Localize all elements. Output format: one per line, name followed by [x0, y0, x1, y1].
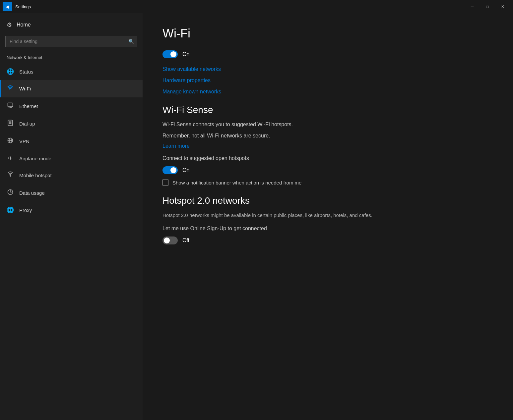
- wifi-toggle-row: On: [162, 50, 493, 58]
- nav-label-wifi: Wi-Fi: [19, 86, 31, 91]
- hotspot2-title: Hotspot 2.0 networks: [162, 195, 493, 206]
- sidebar-item-wifi[interactable]: Wi-Fi: [0, 80, 143, 97]
- notification-checkbox-label: Show a notification banner when action i…: [172, 180, 301, 185]
- sidebar-item-hotspot[interactable]: Mobile hotspot: [0, 167, 143, 184]
- hotspot-toggle-row: On: [162, 166, 493, 174]
- learn-more-link[interactable]: Learn more: [162, 143, 493, 149]
- wifi-sense-desc1: Wi-Fi Sense connects you to suggested Wi…: [162, 121, 493, 129]
- page-title: Wi-Fi: [162, 26, 493, 40]
- wifi-sense-title: Wi-Fi Sense: [162, 105, 493, 115]
- hotspot-toggle-label: On: [182, 167, 189, 173]
- notification-checkbox[interactable]: [162, 180, 168, 185]
- home-icon: ⚙: [7, 21, 12, 28]
- proxy-icon: 🌐: [7, 206, 14, 214]
- sidebar-item-status[interactable]: 🌐 Status: [0, 63, 143, 80]
- nav-label-datausage: Data usage: [19, 190, 45, 196]
- hotspot-icon: [7, 171, 14, 180]
- hotspot-toggle[interactable]: [162, 166, 178, 174]
- maximize-button[interactable]: □: [480, 0, 495, 13]
- manage-networks-link[interactable]: Manage known networks: [162, 89, 493, 95]
- nav-label-vpn: VPN: [19, 138, 30, 144]
- signup-toggle-knob: [164, 237, 170, 243]
- svg-point-12: [10, 174, 11, 175]
- sidebar-item-proxy[interactable]: 🌐 Proxy: [0, 202, 143, 218]
- online-signup-label: Let me use Online Sign-Up to get connect…: [162, 225, 493, 233]
- svg-rect-0: [8, 103, 13, 107]
- section-label: Network & Internet: [0, 54, 143, 63]
- app-container: ⚙ Home 🔍 Network & Internet 🌐 Status Wi-…: [0, 13, 513, 420]
- content-area: Wi-Fi On Show available networks Hardwar…: [143, 13, 513, 420]
- search-input[interactable]: [5, 36, 137, 47]
- wifi-icon: [7, 84, 14, 93]
- sidebar-item-datausage[interactable]: Data usage: [0, 184, 143, 202]
- search-container: 🔍: [5, 36, 137, 47]
- connect-hotspots-label: Connect to suggested open hotspots: [162, 154, 493, 162]
- ethernet-icon: [7, 102, 14, 110]
- vpn-icon: [7, 137, 14, 145]
- home-nav-item[interactable]: ⚙ Home: [0, 17, 143, 33]
- nav-label-status: Status: [19, 69, 33, 75]
- signup-toggle-label: Off: [182, 237, 189, 243]
- toggle-knob: [170, 51, 176, 57]
- nav-label-hotspot: Mobile hotspot: [19, 173, 52, 178]
- notification-checkbox-row: Show a notification banner when action i…: [162, 180, 493, 185]
- sidebar-item-ethernet[interactable]: Ethernet: [0, 97, 143, 115]
- hotspot-toggle-knob: [170, 167, 176, 173]
- close-button[interactable]: ✕: [495, 0, 510, 13]
- search-icon: 🔍: [128, 39, 134, 44]
- app-title: Settings: [15, 4, 31, 9]
- sidebar-item-vpn[interactable]: VPN: [0, 132, 143, 150]
- nav-label-dialup: Dial-up: [19, 121, 35, 127]
- nav-label-ethernet: Ethernet: [19, 103, 38, 109]
- hardware-props-link[interactable]: Hardware properties: [162, 78, 493, 83]
- titlebar: ◀ Settings ─ □ ✕: [0, 0, 513, 13]
- back-button[interactable]: ◀: [3, 2, 12, 11]
- window-controls: ─ □ ✕: [465, 0, 510, 13]
- minimize-button[interactable]: ─: [465, 0, 480, 13]
- hotspot2-desc: Hotspot 2.0 networks might be available …: [162, 211, 395, 219]
- wifi-toggle[interactable]: [162, 50, 178, 58]
- wifi-toggle-label: On: [182, 51, 189, 57]
- home-label: Home: [17, 22, 31, 28]
- airplane-icon: ✈: [7, 155, 14, 162]
- nav-label-proxy: Proxy: [19, 207, 32, 213]
- signup-toggle[interactable]: [162, 236, 178, 244]
- datausage-icon: [7, 189, 14, 197]
- nav-label-airplane: Airplane mode: [19, 156, 51, 161]
- dialup-icon: [7, 120, 14, 128]
- sidebar: ⚙ Home 🔍 Network & Internet 🌐 Status Wi-…: [0, 13, 143, 420]
- back-icon: ◀: [6, 4, 9, 9]
- show-networks-link[interactable]: Show available networks: [162, 66, 493, 72]
- signup-toggle-row: Off: [162, 236, 493, 244]
- svg-rect-5: [8, 120, 12, 126]
- status-icon: 🌐: [7, 68, 14, 75]
- sidebar-item-dialup[interactable]: Dial-up: [0, 115, 143, 132]
- sidebar-item-airplane[interactable]: ✈ Airplane mode: [0, 150, 143, 167]
- wifi-sense-desc2: Remember, not all Wi-Fi networks are sec…: [162, 132, 493, 140]
